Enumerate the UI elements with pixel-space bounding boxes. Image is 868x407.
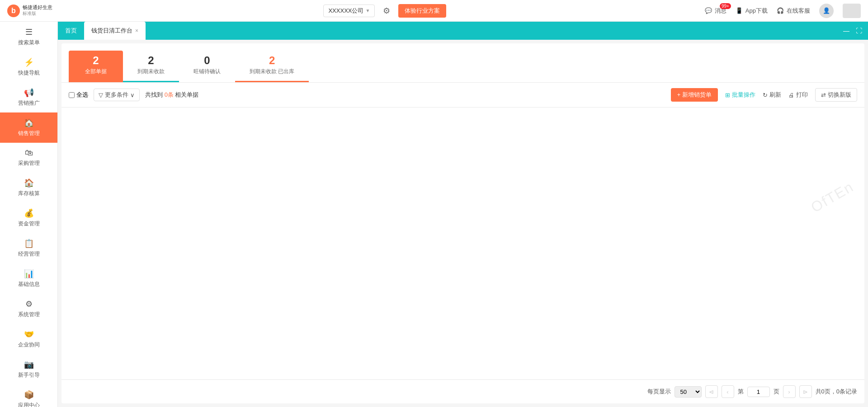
switch-label: 切换新版 [828,91,851,99]
stat-tab-pending[interactable]: 0 旺铺待确认 [179,51,235,82]
lightning-icon: ⚡ [24,57,34,67]
found-text: 共找到 0条 相关单据 [145,91,198,99]
toolbar-right: + 新增销货单 ⊞ 批量操作 ↻ 刷新 🖨 打印 ⇄ 切换新版 [671,88,857,102]
close-tab-icon[interactable]: × [135,28,138,34]
header: b 畅捷通好生意 标准版 XXXXXX公司 ▼ ⚙ 体验行业方案 💬 消息 99… [0,0,868,22]
stats-tabs: 2 全部单据 2 到期未收款 0 旺铺待确认 2 到期未收款 已出库 [61,43,864,83]
sidebar: ☰ 搜索菜单 ⚡ 快捷导航 📢 营销推广 🏠 销售管理 🛍 采购管理 🏠 库存核… [0,0,58,407]
header-right: 💬 消息 99+ 📱 App下载 🎧 在线客服 👤 [705,4,861,18]
sidebar-item-finance[interactable]: 💰 资金管理 [0,203,57,233]
prev-page-button[interactable]: ‹ [722,385,734,398]
sidebar-item-search[interactable]: ☰ 搜索菜单 [0,22,57,52]
first-page-button[interactable]: ⊲ [705,385,718,398]
basic-info-icon: 📊 [24,269,34,279]
sidebar-item-guide[interactable]: 📷 新手引导 [0,354,57,384]
stat-num-overdue-shipped: 2 [269,54,275,67]
nav-tabs: 首页 钱货日清工作台 × — ⛶ [58,22,868,40]
stat-tab-overdue[interactable]: 2 到期未收款 [123,51,179,82]
stat-label-overdue-shipped: 到期未收款 已出库 [250,68,294,75]
sidebar-item-enterprise[interactable]: 🤝 企业协同 [0,324,57,354]
next-page-button[interactable]: › [783,385,796,398]
sidebar-item-purchase[interactable]: 🛍 采购管理 [0,143,57,173]
table-area: OfTEn [61,108,864,379]
tab-cash-flow[interactable]: 钱货日清工作台 × [84,22,146,40]
switch-version-button[interactable]: ⇄ 切换新版 [815,88,857,102]
logo-icon: b [7,5,20,17]
message-action[interactable]: 💬 消息 99+ [705,7,726,15]
expand-button[interactable]: ⛶ [854,25,864,36]
select-all-area[interactable]: 全选 [69,91,88,99]
sidebar-item-app-center-label: 应用中心 [18,402,40,407]
settings-button[interactable]: ⚙ [379,4,394,18]
found-count: 0条 [165,91,174,98]
app-download-label: App下载 [745,7,768,15]
page-input[interactable] [747,387,770,397]
enterprise-icon: 🤝 [24,329,34,339]
stat-tab-overdue-shipped[interactable]: 2 到期未收款 已出库 [235,51,309,82]
company-selector[interactable]: XXXXXX公司 ▼ [323,5,375,17]
filter-icon: ▽ [99,92,103,98]
logo-subtitle: 标准版 [23,10,52,17]
sidebar-item-sales-label: 销售管理 [18,130,40,137]
trial-button[interactable]: 体验行业方案 [398,4,446,18]
sidebar-item-purchase-label: 采购管理 [18,159,40,167]
sidebar-item-quick-nav[interactable]: ⚡ 快捷导航 [0,52,57,82]
purchase-icon: 🛍 [25,148,33,158]
last-page-button[interactable]: ⊳ [799,385,812,398]
stat-num-overdue: 2 [148,54,154,67]
sidebar-item-sales[interactable]: 🏠 销售管理 [0,112,57,143]
print-action[interactable]: 🖨 打印 [788,91,808,99]
page-size-label: 每页显示 [647,388,671,396]
logo-area: b 畅捷通好生意 标准版 [7,5,65,17]
found-prefix: 共找到 [145,91,163,98]
refresh-action[interactable]: ↻ 刷新 [763,91,781,99]
sidebar-item-system[interactable]: ⚙ 系统管理 [0,294,57,324]
refresh-icon: ↻ [763,92,768,98]
online-service-label: 在线客服 [787,7,810,15]
sidebar-item-basic-info-label: 基础信息 [18,281,40,288]
page-size-select[interactable]: 20 50 100 [675,386,702,398]
stat-label-all: 全部单据 [85,68,107,75]
stat-label-overdue: 到期未收款 [137,68,165,75]
select-all-label: 全选 [76,91,88,99]
online-service-action[interactable]: 🎧 在线客服 [777,7,810,15]
phone-icon: 📱 [736,7,743,14]
new-sales-button[interactable]: + 新增销货单 [671,88,718,102]
switch-icon: ⇄ [821,92,826,98]
stat-tab-all[interactable]: 2 全部单据 [69,51,123,82]
pagination: 每页显示 20 50 100 ⊲ ‹ 第 页 › ⊳ 共0页，0条记录 [61,379,864,403]
logo-char: b [11,7,16,15]
toolbar: 全选 ▽ 更多条件 ∨ 共找到 0条 相关单据 + 新增销货单 ⊞ 批量操作 ↻ [61,83,864,108]
sidebar-item-inventory-label: 库存核算 [18,190,40,197]
main-content: 2 全部单据 2 到期未收款 0 旺铺待确认 2 到期未收款 已出库 全选 [58,40,868,407]
sidebar-item-app-center[interactable]: 📦 应用中心 [0,384,57,407]
page-label-2: 页 [774,388,779,396]
avatar[interactable]: 👤 [819,4,834,18]
sidebar-item-quick-nav-label: 快捷导航 [18,69,40,77]
headset-icon: 🎧 [777,7,784,14]
print-icon: 🖨 [788,92,794,98]
filter-label: 更多条件 [105,91,128,99]
sales-icon: 🏠 [24,118,34,128]
user-area[interactable] [843,4,861,18]
tab-home[interactable]: 首页 [58,22,84,40]
batch-action[interactable]: ⊞ 批量操作 [725,91,755,99]
app-download-action[interactable]: 📱 App下载 [736,7,768,15]
user-icon: 👤 [823,7,830,14]
sidebar-item-basic-info[interactable]: 📊 基础信息 [0,263,57,294]
sidebar-item-operations-label: 经营管理 [18,250,40,258]
select-all-checkbox[interactable] [69,92,75,98]
chevron-down-icon: ▼ [365,8,370,13]
system-icon: ⚙ [25,299,33,309]
sidebar-item-inventory[interactable]: 🏠 库存核算 [0,173,57,203]
sidebar-item-search-label: 搜索菜单 [18,39,40,47]
watermark: OfTEn [808,178,856,216]
minimize-button[interactable]: — [841,25,852,36]
sidebar-item-marketing[interactable]: 📢 营销推广 [0,82,57,112]
filter-button[interactable]: ▽ 更多条件 ∨ [94,89,140,101]
finance-icon: 💰 [24,208,34,218]
batch-label: 批量操作 [732,91,755,99]
tab-cash-flow-label: 钱货日清工作台 [91,27,132,35]
tab-home-label: 首页 [65,27,77,35]
sidebar-item-operations[interactable]: 📋 经营管理 [0,233,57,263]
